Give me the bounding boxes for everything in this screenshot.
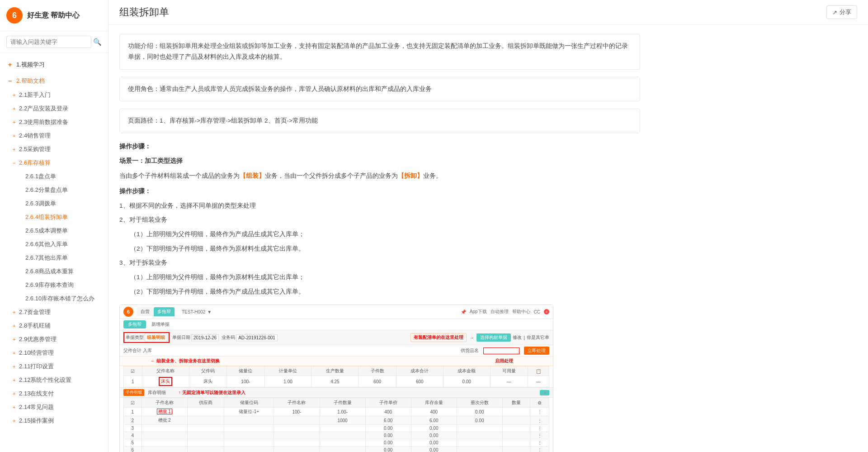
mock-select-btn[interactable]: 选择构材单据 [476,333,511,342]
mock-process-btn[interactable]: 立即处理 [524,347,549,355]
sidebar-nav: + 1.视频学习 − 2.帮助文档 + 2.1新手入门 + 2.2产品安装及登录 [0,53,108,452]
step1: 1、根据不同的业务，选择不同单据的类型来处理 [119,200,640,212]
sidebar-item-purchase[interactable]: + 2.5采购管理 [13,143,108,156]
content-body: 功能介绍：组装拆卸单用来处理企业组装或拆卸等加工业务，支持有固定装配清单的产品加… [108,25,651,452]
sidebar-item-coupon[interactable]: + 2.9优惠券管理 [13,333,108,346]
steps-section: 操作步骤： 场景一：加工类型选择 当由多个子件材料组装成一个成品的业务为【组装】… [119,140,640,297]
search-input[interactable] [6,36,91,48]
sub-items-help: + 2.1新手入门 + 2.2产品安装及登录 + 2.3使用前数据准备 + 2.… [0,88,108,428]
app-title: 好生意 帮助中心 [27,11,80,20]
plus-icon-sub: + [13,377,15,383]
step2-sub2: （2）下部明细为子件明细，最终作为原材料生成其它出库单。 [119,243,640,255]
scene-title: 场景一：加工类型选择 [119,155,640,167]
mock-upper-table: ☑ 父件名称 父件码 储量位 计量单位 生产数量 子件数 成本合计 成本金额 可… [120,366,553,387]
page-title: 组装拆卸单 [119,5,169,19]
sidebar-item-stocktaking[interactable]: 2.6.1盘点单 [25,170,108,183]
sidebar-item-cost-adjust[interactable]: 2.6.5成本调整单 [25,224,108,238]
sidebar-item-beginner[interactable]: + 2.1新手入门 [13,88,108,102]
step3-sub1: （1）上部明细为父件明细，最终作为原材料生成其它出库单； [119,271,640,283]
step2-sub1: （1）上部明细为父件明细，最终作为产成品生成其它入库单； [119,228,640,240]
mock-code-field: 业务码 AD-20191226-001 [222,334,278,341]
path-block: 页面路径：1、库存核算->库存管理->组装拆卸单 2、首页->常用功能 [119,109,640,133]
mock-sub-tabs: 多拖帮 新增单据 [120,319,553,330]
scene-desc: 当由多个子件材料组装成一个成品的业务为【组装】业务，当由一个父件拆分成多个子产品… [119,170,640,182]
sidebar-item-mobile[interactable]: + 2.8手机旺辅 [13,319,108,333]
sidebar-item-inventory[interactable]: − 2.6库存核算 [13,156,108,170]
mock-toolbar: 单据类型 组装明细 单据日期 2019-12-26 业务码 AD-2019122… [120,330,553,345]
steps-heading: 操作步骤： [119,140,640,152]
mock-link-auto[interactable]: 自动推理 [491,309,509,315]
nav-section-2: − 2.帮助文档 + 2.1新手入门 + 2.2产品安装及登录 + 2.3使用前… [0,73,108,428]
search-box: 🔍 [0,31,108,53]
screenshot-container: 6 自营 多拖帮 TEST-H002 ▼ 📌 App下载 自动推理 帮助中心 [119,305,553,452]
plus-icon: + [6,61,14,68]
sidebar-item-ledger-fix[interactable]: 2.6.10库存账本错了怎么办 [25,292,108,305]
mock-header: 6 自营 多拖帮 TEST-H002 ▼ 📌 App下载 自动推理 帮助中心 [120,305,553,319]
mock-tab-multi[interactable]: 多拖帮 [154,307,175,316]
share-icon: ↗ [832,9,837,16]
plus-icon-sub: + [13,133,15,138]
nav-section-1: + 1.视频学习 [0,57,108,73]
sidebar-item-other-out[interactable]: 2.6.7其他出库单 [25,251,108,265]
mock-close-btn[interactable]: × [544,309,549,314]
sidebar-item-faq[interactable]: + 2.14常见问题 [13,400,108,414]
search-button[interactable]: 🔍 [93,38,102,46]
steps-detail-heading: 操作步骤： [119,186,640,197]
plus-icon-sub: + [13,418,15,423]
plus-icon-sub: + [13,391,15,396]
mock-date-field: 单据日期 2019-12-26 [172,334,219,341]
logo-icon: 6 [6,7,23,24]
mock-link-cc[interactable]: CC [534,309,540,314]
share-button[interactable]: ↗ 分享 [826,5,857,19]
role-text: 使用角色：通常由生产人员或库管人员完成拆装业务的操作，库管人员确认原材料的出库和… [128,86,432,92]
mock-app-id: TEST-H002 ▼ [182,309,212,314]
plus-icon-sub: + [13,404,15,410]
sidebar-item-transfer[interactable]: 2.6.3调拨单 [25,197,108,210]
plus-icon-sub: + [13,119,15,125]
minus-icon: − [6,77,14,85]
step3-sub2: （2）下部明细为子件明细，最终作为产成品生成其它入库单。 [119,286,640,298]
mock-tab-new[interactable]: 新增单据 [147,320,174,328]
sidebar-item-data-prep[interactable]: + 2.3使用前数据准备 [13,115,108,129]
mock-action-area: 有装配清单的在这里处理 → 选择构材单据 修改 | 你是其它单 [410,333,549,342]
path-text: 页面路径：1、库存核算->库存管理->组装拆卸单 2、首页->常用功能 [128,117,318,124]
mock-info-row: 父件合计 入库 供货品名 立即处理 [120,345,553,357]
sidebar-logo: 6 好生意 帮助中心 [0,0,108,31]
sidebar-item-cases[interactable]: + 2.15操作案例 [13,414,108,428]
inventory-sub-items: 2.6.1盘点单 2.6.2分量盘点单 2.6.3调拨单 2.6.4组装拆卸单 … [13,170,108,305]
mock-lower-table: ☑ 子件名称 供应商 储量位码 子件名称 子件数量 子件单价 库存余量 册次分数… [120,398,553,452]
sidebar-item-finance[interactable]: + 2.7资金管理 [13,305,108,319]
mock-logo: 6 [123,307,133,317]
sidebar-item-split-count[interactable]: 2.6.2分量盘点单 [25,183,108,197]
plus-icon-sub: + [13,364,15,369]
plus-icon-sub: + [13,323,15,328]
plus-icon-sub: + [13,92,15,98]
mock-link-help[interactable]: 帮助中心 [512,309,530,315]
sidebar-item-print[interactable]: + 2.11打印设置 [13,360,108,373]
mock-lower-header: 子件明细 库存明细 ↑ 无固定清单可以随便在这里录入 🔗 [120,387,553,398]
sidebar-item-help-docs[interactable]: − 2.帮助文档 [0,74,108,88]
sidebar: 6 好生意 帮助中心 🔍 + 1.视频学习 − 2.帮助文档 + 2.1 [0,0,108,452]
sidebar-item-payment[interactable]: + 2.13在线支付 [13,387,108,400]
mock-type-field: 单据类型 组装明细 [123,332,170,343]
plus-icon-sub: + [13,106,15,111]
sidebar-item-settings[interactable]: + 2.12系统个性化设置 [13,373,108,387]
minus-icon-sub: − [13,160,15,166]
sidebar-item-sales[interactable]: + 2.4销售管理 [13,129,108,143]
plus-icon-sub: + [13,350,15,356]
sidebar-item-operations[interactable]: + 2.10经营管理 [13,346,108,360]
sidebar-item-ledger-query[interactable]: 2.6.9库存账本查询 [25,278,108,292]
sidebar-item-install[interactable]: + 2.2产品安装及登录 [13,102,108,115]
sidebar-item-cost-recalc[interactable]: 2.6.8商品成本重算 [25,265,108,278]
mock-tab-active[interactable]: 多拖帮 [123,320,146,328]
sidebar-item-other-in[interactable]: 2.6.6其他入库单 [25,238,108,251]
mock-nav-tabs: 自营 多拖帮 [137,307,175,316]
sidebar-item-video[interactable]: + 1.视频学习 [0,57,108,72]
plus-icon-sub: + [13,147,15,152]
step3: 3、对于拆装业务 [119,257,640,269]
sidebar-item-assembly[interactable]: 2.6.4组装拆卸单 [25,210,108,224]
mock-search-field[interactable] [483,347,519,354]
description-block: 功能介绍：组装拆卸单用来处理企业组装或拆卸等加工业务，支持有固定装配清单的产品加… [119,34,640,70]
mock-tab-self[interactable]: 自营 [137,307,153,316]
mock-link-app[interactable]: App下载 [470,309,487,315]
